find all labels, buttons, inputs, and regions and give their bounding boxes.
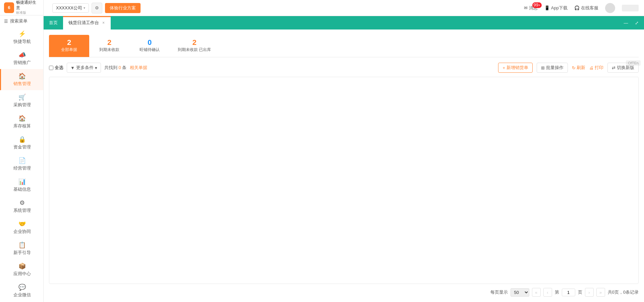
trial-button[interactable]: 体验行业方案: [105, 3, 141, 13]
menu-icon-qiye: 🤝: [18, 220, 26, 228]
toolbar-left: 全选 ▼ 更多条件 ▾ 共找到 0 条 相关单据: [49, 63, 147, 73]
menu-icon-jingying: 📄: [18, 157, 26, 164]
printer-icon: 🖨: [589, 65, 594, 70]
menu-label-jichu: 基础信息: [13, 186, 31, 192]
sidebar-search[interactable]: ☰ 搜索菜单: [0, 15, 43, 27]
per-page-select[interactable]: 50 10 20 100: [511, 288, 529, 297]
menu-label-yingyong: 应用中心: [13, 271, 31, 277]
found-text: 共找到 0 条: [104, 65, 126, 71]
pagination: 每页显示 50 10 20 100 « ‹ 第 页 › » 共0页，0条记录: [49, 284, 639, 297]
stats-tab-num-all: 2: [57, 38, 81, 47]
stats-tab-num-overdue_out: 2: [178, 38, 211, 47]
stats-tab-wangpu[interactable]: 0旺铺待确认: [129, 35, 170, 57]
select-all-checkbox[interactable]: 全选: [49, 65, 63, 71]
filter-chevron-icon: ▾: [95, 65, 97, 70]
often-badge: OfTEn: [626, 60, 641, 66]
menu-icon-zijin: 🔒: [18, 136, 26, 143]
chevron-down-icon: ▾: [84, 6, 85, 10]
settings-button[interactable]: ⚙: [92, 3, 102, 13]
minimize-icon: —: [624, 20, 628, 25]
toolbar: 全选 ▼ 更多条件 ▾ 共找到 0 条 相关单据 + 新增销货单: [49, 63, 639, 73]
content-area: 2全部单据2到期未收款0旺铺待确认2到期未收款 已出库 全选 ▼ 更多条件 ▾ …: [44, 29, 644, 302]
refresh-icon: ↻: [572, 65, 576, 70]
app-download-btn[interactable]: 📱 App下载: [544, 5, 568, 11]
company-selector[interactable]: XXXXXX公司 ▾: [52, 3, 89, 13]
menu-label-kucun: 库存核算: [13, 123, 31, 129]
menu-label-caigou: 采购管理: [13, 102, 31, 108]
sidebar-item-weixin[interactable]: 💬企业微信: [0, 280, 43, 301]
sidebar-item-xinshou[interactable]: 📋新手引导: [0, 238, 43, 259]
user-avatar[interactable]: [605, 3, 615, 13]
headset-icon: 🎧: [574, 5, 580, 10]
maximize-icon: ⤢: [635, 20, 639, 25]
tab-minimize-btn[interactable]: —: [622, 19, 630, 27]
batch-icon: ⊞: [541, 65, 545, 70]
stats-tab-label-overdue_out: 到期未收款 已出库: [178, 47, 211, 53]
menu-icon-weixin: 💬: [18, 284, 26, 291]
last-page-btn[interactable]: »: [596, 288, 605, 297]
page-input[interactable]: [562, 289, 575, 296]
sidebar: 6 畅捷通好生意 标准版 ☰ 搜索菜单 ⚡快捷导航📣营销推广🏠销售管理🛒采购管理…: [0, 0, 44, 302]
menu-label-xinshou: 新手引导: [13, 250, 31, 256]
stats-tab-label-overdue: 到期未收款: [97, 47, 121, 53]
menu-label-qiye: 企业协同: [13, 229, 31, 235]
refresh-button[interactable]: ↻ 刷新: [572, 65, 585, 71]
batch-operation-button[interactable]: ⊞ 批量操作: [537, 63, 568, 73]
sidebar-item-yingxiao[interactable]: 📣营销推广: [0, 48, 43, 69]
stats-tab-overdue_out[interactable]: 2到期未收款 已出库: [170, 35, 219, 57]
last-page-icon: »: [599, 290, 602, 295]
sidebar-item-qiye[interactable]: 🤝企业协同: [0, 217, 43, 238]
menu-icon-xitong: ⚙: [19, 199, 25, 206]
related-orders-link[interactable]: 相关单据: [130, 65, 147, 71]
batch-label: 批量操作: [546, 65, 564, 71]
app-subtitle: 标准版: [16, 10, 39, 15]
sidebar-item-jingying[interactable]: 📄经营管理: [0, 154, 43, 175]
tab-active[interactable]: 钱货日清工作台 ×: [63, 16, 111, 29]
stats-tabs: 2全部单据2到期未收款0旺铺待确认2到期未收款 已出库: [49, 35, 639, 57]
filter-button[interactable]: ▼ 更多条件 ▾: [67, 63, 101, 73]
tab-close-icon[interactable]: ×: [102, 20, 105, 26]
total-label: 共0页，0条记录: [608, 289, 639, 295]
message-btn[interactable]: ✉ 消息 99+: [524, 5, 538, 11]
select-all-input[interactable]: [49, 66, 53, 70]
next-page-icon: ›: [588, 290, 590, 295]
stats-tab-overdue[interactable]: 2到期未收款: [89, 35, 129, 57]
first-page-btn[interactable]: «: [532, 288, 541, 297]
refresh-label: 刷新: [577, 65, 585, 71]
main-content: 2全部单据2到期未收款0旺铺待确认2到期未收款 已出库 全选 ▼ 更多条件 ▾ …: [44, 29, 644, 302]
per-page-label: 每页显示: [490, 289, 508, 295]
sidebar-logo: 6 畅捷通好生意 标准版: [0, 0, 43, 15]
menu-icon-yingxiao: 📣: [18, 51, 26, 59]
sidebar-item-yingyong[interactable]: 📦应用中心: [0, 259, 43, 280]
toolbar-right: + 新增销货单 ⊞ 批量操作 ↻ 刷新 🖨 打印 ⇄ 切换新版: [498, 63, 639, 73]
sidebar-item-zijin[interactable]: 🔒资金管理: [0, 132, 43, 154]
sidebar-item-xiaoshou[interactable]: 🏠销售管理: [0, 69, 43, 90]
stats-tab-all[interactable]: 2全部单据: [49, 35, 89, 57]
app-title: 畅捷通好生意: [16, 0, 39, 10]
next-page-btn[interactable]: ›: [585, 288, 594, 297]
app-logo-icon: 6: [4, 2, 14, 13]
new-order-button[interactable]: + 新增销货单: [498, 63, 533, 73]
sidebar-item-jichu[interactable]: 📊基础信息: [0, 175, 43, 196]
sidebar-item-caigou[interactable]: 🛒采购管理: [0, 90, 43, 111]
print-button[interactable]: 🖨 打印: [589, 65, 603, 71]
header-right: ✉ 消息 99+ 📱 App下载 🎧 在线客服: [524, 3, 639, 13]
menu-label-yingxiao: 营销推广: [13, 60, 31, 66]
online-service-btn[interactable]: 🎧 在线客服: [574, 5, 598, 11]
print-label: 打印: [595, 65, 603, 71]
prev-page-btn[interactable]: ‹: [543, 288, 552, 297]
tab-home[interactable]: 首页: [44, 16, 63, 29]
stats-tab-label-all: 全部单据: [57, 47, 81, 53]
sidebar-item-kuaijie[interactable]: ⚡快捷导航: [0, 27, 43, 48]
tab-maximize-btn[interactable]: ⤢: [633, 19, 641, 27]
user-name[interactable]: [622, 5, 639, 11]
menu-icon-xiaoshou: 🏠: [18, 72, 26, 80]
menu-label-zijin: 资金管理: [13, 144, 31, 150]
menu-label-weixin: 企业微信: [13, 292, 31, 298]
data-table: [49, 77, 639, 284]
sidebar-item-xitong[interactable]: ⚙系统管理: [0, 196, 43, 217]
first-page-icon: «: [535, 290, 537, 295]
message-icon: ✉: [524, 5, 528, 10]
search-menu-label: 搜索菜单: [10, 18, 28, 24]
sidebar-item-kucun[interactable]: 🏠库存核算: [0, 111, 43, 132]
